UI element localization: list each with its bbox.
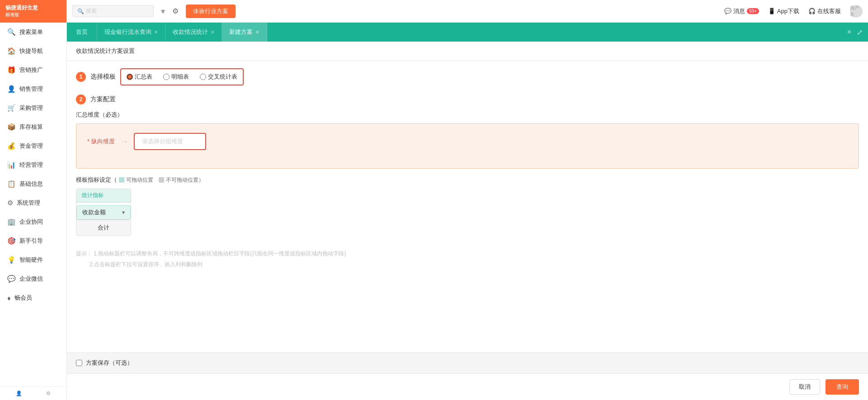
tip-line-2: 2.点击标题栏下拉可设置排序、插入列和删除列 xyxy=(76,259,859,270)
tab-collection-stats-close[interactable]: × xyxy=(211,28,214,36)
logo-edition: 标准版 xyxy=(5,12,38,18)
sidebar-item-beginner[interactable]: 🎯 新手引导 xyxy=(0,231,66,250)
arrow-icon: → xyxy=(120,137,128,146)
sidebar-item-label: 采购管理 xyxy=(19,104,43,112)
sidebar-item-label: 销售管理 xyxy=(19,85,43,93)
sidebar-item-label: 库存核算 xyxy=(19,123,43,131)
step1-number: 1 xyxy=(76,72,86,82)
sidebar-item-label: 营销推广 xyxy=(19,66,43,74)
radio-summary[interactable]: 汇总表 xyxy=(127,73,152,81)
topbar-search[interactable]: 🔍 搜索 xyxy=(72,5,154,17)
radio-summary-label: 汇总表 xyxy=(135,73,152,81)
system-icon: ⚙ xyxy=(7,199,13,207)
sidebar-logo: 畅捷通好生意 标准版 xyxy=(0,0,66,23)
tabs-close-btn[interactable]: × xyxy=(847,28,851,36)
legend-fixed-text: 不可拖动位置） xyxy=(166,176,204,184)
metrics-legend-row: 模板指标设定（ 可拖动位置 不可拖动位置） xyxy=(76,176,859,184)
step2-section: 2 方案配置 汇总维度（必选） * 纵向维度 → 请选择分组维度 xyxy=(76,94,859,270)
sidebar-item-purchase[interactable]: 🛒 采购管理 xyxy=(0,99,66,118)
main-area: 🔍 搜索 ▾ ⚙ 体验行业方案 💬 消息 99+ 📱 App下载 🎧 在线客服 … xyxy=(67,0,868,400)
cancel-button[interactable]: 取消 xyxy=(789,379,820,395)
inventory-icon: 📦 xyxy=(7,123,16,131)
tab-home-label: 首页 xyxy=(76,28,88,36)
sidebar-item-marketing[interactable]: 🎁 营销推广 xyxy=(0,61,66,80)
tips-label: 提示： xyxy=(76,250,92,257)
search-menu-icon: 🔍 xyxy=(7,28,16,36)
sidebar-item-label: 畅会员 xyxy=(14,294,32,302)
metrics-total: 合计 xyxy=(76,220,131,235)
sidebar-item-operation[interactable]: 📊 经营管理 xyxy=(0,155,66,174)
radio-detail-input[interactable] xyxy=(163,74,170,80)
metrics-chevron-icon: ▾ xyxy=(122,209,125,216)
save-option: 方案保存（可选） xyxy=(67,352,868,373)
sidebar-item-enterprise-coop[interactable]: 🏢 企业协同 xyxy=(0,212,66,231)
sidebar-item-sales[interactable]: 👤 销售管理 xyxy=(0,80,66,99)
topbar: 🔍 搜索 ▾ ⚙ 体验行业方案 💬 消息 99+ 📱 App下载 🎧 在线客服 … xyxy=(67,0,868,23)
sidebar-bottom-user[interactable]: 👤 xyxy=(16,391,22,396)
save-checkbox[interactable] xyxy=(76,360,82,366)
gear-icon[interactable]: ⚙ xyxy=(172,7,179,15)
tip-text-1: 1.拖动标题栏可以调整布局，不可跨维度或指标区域拖动栏目字段(只能在同一维度或指… xyxy=(94,250,346,257)
operation-icon: 📊 xyxy=(7,161,16,169)
service-icon: 🎧 xyxy=(808,8,816,14)
dimension-select[interactable]: 请选择分组维度 xyxy=(134,133,206,150)
message-label: 消息 xyxy=(733,7,745,15)
radio-cross[interactable]: 交叉统计表 xyxy=(200,73,237,81)
sidebar-item-label: 企业微信 xyxy=(19,275,43,283)
sidebar-item-quick-nav[interactable]: 🏠 快捷导航 xyxy=(0,42,66,61)
dimension-area: * 纵向维度 → 请选择分组维度 xyxy=(76,123,859,169)
sidebar-bottom: 👤 ⚙ xyxy=(0,386,66,400)
purchase-icon: 🛒 xyxy=(7,104,16,112)
tab-cash-flow-close[interactable]: × xyxy=(154,28,158,36)
query-button[interactable]: 查询 xyxy=(826,379,859,395)
tab-home[interactable]: 首页 xyxy=(67,23,97,42)
message-icon: 💬 xyxy=(724,8,731,14)
tab-new-plan[interactable]: 新建方案 × xyxy=(222,23,267,42)
content-area: 收款情况统计方案设置 1 选择模板 汇总表 明细表 xyxy=(67,42,868,400)
sidebar-item-enterprise-wechat[interactable]: 💬 企业微信 xyxy=(0,269,66,288)
radio-summary-input[interactable] xyxy=(127,74,133,80)
sidebar-item-label: 智能硬件 xyxy=(19,256,43,264)
step1-section: 1 选择模板 汇总表 明细表 交叉统计表 xyxy=(76,68,859,85)
sales-icon: 👤 xyxy=(7,85,16,93)
page-header: 收款情况统计方案设置 xyxy=(67,42,868,61)
trial-button[interactable]: 体验行业方案 xyxy=(186,5,236,18)
legend-fixed-dot xyxy=(159,177,164,183)
tip-text-2: 2.点击标题栏下拉可设置排序、插入列和删除列 xyxy=(90,261,203,268)
topbar-right: 💬 消息 99+ 📱 App下载 🎧 在线客服 用户名 xyxy=(724,5,863,18)
metrics-collection-amount[interactable]: 收款金额 ▾ xyxy=(76,205,131,220)
sidebar-item-capital[interactable]: 💰 资金管理 xyxy=(0,136,66,155)
metrics-amount-label: 收款金额 xyxy=(82,208,106,216)
message-button[interactable]: 💬 消息 99+ xyxy=(724,7,759,15)
radio-cross-input[interactable] xyxy=(200,74,206,80)
logo-name: 畅捷通好生意 xyxy=(5,5,38,12)
sidebar-item-basic-info[interactable]: 📋 基础信息 xyxy=(0,174,66,193)
sidebar-item-search-menu[interactable]: 🔍 搜索菜单 xyxy=(0,23,66,42)
dimension-select-placeholder: 请选择分组维度 xyxy=(142,138,183,145)
tab-collection-stats[interactable]: 收款情况统计 × xyxy=(165,23,222,42)
online-service-button[interactable]: 🎧 在线客服 xyxy=(808,7,841,15)
dropdown-icon[interactable]: ▾ xyxy=(161,6,165,16)
sidebar-item-label: 搜索菜单 xyxy=(19,28,43,36)
footer: 取消 查询 xyxy=(67,373,868,400)
radio-detail-label: 明细表 xyxy=(171,73,189,81)
user-avatar[interactable]: 用户名 xyxy=(850,5,863,18)
app-icon: 📱 xyxy=(768,8,775,14)
sidebar-bottom-settings[interactable]: ⚙ xyxy=(46,391,51,396)
template-options: 汇总表 明细表 交叉统计表 xyxy=(120,68,244,85)
page-body: 1 选择模板 汇总表 明细表 交叉统计表 xyxy=(67,61,868,352)
sidebar-item-smart-hw[interactable]: 💡 智能硬件 xyxy=(0,250,66,269)
user-name: 用户名 xyxy=(850,5,863,18)
sidebar-item-label: 快捷导航 xyxy=(19,47,43,55)
radio-detail[interactable]: 明细表 xyxy=(163,73,189,81)
app-download-button[interactable]: 📱 App下载 xyxy=(768,7,799,15)
sidebar-item-inventory[interactable]: 📦 库存核算 xyxy=(0,118,66,136)
member-icon: ♦ xyxy=(7,294,11,302)
tab-cash-flow[interactable]: 现金银行流水查询 × xyxy=(97,23,165,42)
sidebar-item-member[interactable]: ♦ 畅会员 xyxy=(0,288,66,307)
tabs-expand-btn[interactable]: ⤢ xyxy=(857,28,863,37)
tab-new-plan-close[interactable]: × xyxy=(255,28,259,36)
tab-cash-flow-label: 现金银行流水查询 xyxy=(104,28,151,36)
sidebar-item-system[interactable]: ⚙ 系统管理 xyxy=(0,193,66,212)
step1-header: 1 选择模板 汇总表 明细表 交叉统计表 xyxy=(76,68,859,85)
